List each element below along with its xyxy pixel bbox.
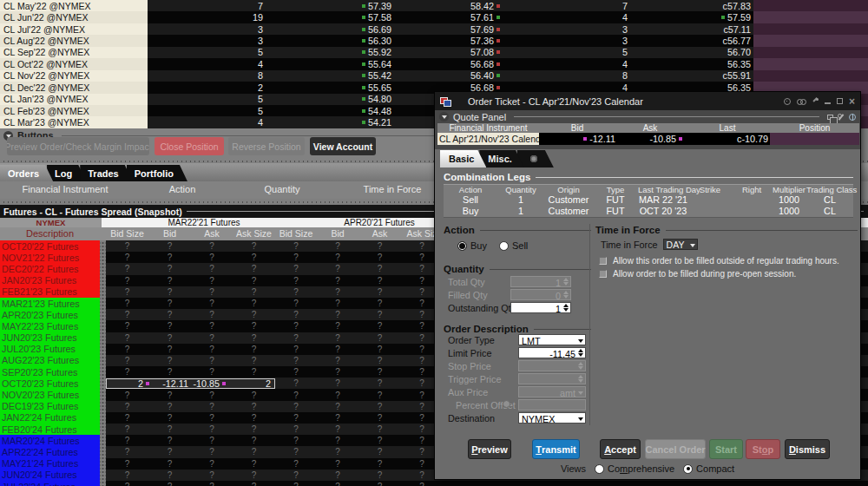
preview-order-button[interactable]: Preview Order/Check Margin Impact — [7, 137, 149, 155]
tab-trades[interactable]: Trades — [80, 165, 132, 181]
dialog-titlebar[interactable]: Order Ticket - CL Apr'21/Nov'23 Calendar… — [435, 92, 860, 110]
close-icon[interactable]: × — [849, 97, 855, 106]
sell-option[interactable]: Sell — [499, 240, 528, 251]
accept-button[interactable]: Accept — [600, 439, 641, 459]
position-row[interactable]: CL Nov'22 @NYMEX 8 55.42 56.40 8 c55.91 — [0, 70, 868, 82]
contract-label[interactable]: APR20'23 Futures — [0, 309, 100, 320]
comprehensive-radio[interactable] — [595, 464, 604, 474]
spinner[interactable] — [562, 303, 569, 312]
layout-icon[interactable] — [827, 115, 833, 120]
spin-down-icon[interactable] — [563, 308, 569, 312]
spinner[interactable] — [576, 348, 584, 358]
minimize-icon[interactable] — [825, 102, 831, 104]
settings-icon[interactable] — [784, 98, 791, 105]
quote-col-1[interactable]: Bid — [539, 123, 615, 133]
percent-offset-radio[interactable] — [503, 400, 510, 408]
tick-dot-icon — [496, 86, 500, 89]
buy-option[interactable]: Buy — [457, 240, 487, 251]
view-account-button[interactable]: View Account — [310, 137, 376, 155]
position-row[interactable]: CL Oct'22 @NYMEX 4 55.64 56.68 4 56.35 — [0, 58, 868, 69]
globe-icon[interactable] — [849, 114, 856, 121]
buy-radio[interactable] — [457, 241, 467, 251]
contract-label[interactable]: JUL22'24 Futures — [0, 481, 100, 486]
contract-label[interactable]: MAR20'24 Futures — [0, 435, 100, 446]
contract-label[interactable]: MAY22'23 Futures — [0, 320, 100, 332]
quote-col-2[interactable]: Ask — [615, 123, 685, 133]
contract-label[interactable]: JUN20'23 Futures — [0, 332, 100, 344]
contract-label[interactable]: AUG22'23 Futures — [0, 355, 100, 366]
spin-down-icon[interactable] — [578, 353, 583, 357]
leg-row[interactable]: Buy1CustomerFUTOCT 20 '231000CL — [444, 206, 853, 217]
contract-label[interactable]: NOV20'23 Futures — [0, 389, 100, 400]
tab-orders[interactable]: Orders — [0, 165, 53, 181]
no-data-cell: ? — [233, 299, 275, 308]
spread-col-1[interactable]: Bid — [148, 228, 191, 239]
contract-label[interactable]: OCT20'22 Futures — [0, 240, 100, 252]
stop-button[interactable]: Stop — [746, 439, 780, 459]
quote-col-4[interactable]: Position — [770, 123, 859, 133]
spin-up-icon[interactable] — [563, 304, 569, 307]
spread-col-2[interactable]: Ask — [191, 228, 233, 239]
contract-label[interactable]: MAR21'23 Futures — [0, 298, 100, 309]
outside-rth-checkbox[interactable] — [599, 257, 607, 265]
position-row[interactable]: CL Aug'22 @NYMEX 3 56.30 57.36 3 c56.77 — [0, 35, 868, 46]
contract-label[interactable]: FEB20'24 Futures — [0, 424, 100, 435]
tab-portfolio[interactable]: Portfolio — [127, 165, 187, 181]
pin-icon[interactable] — [812, 98, 819, 105]
compact-radio[interactable] — [683, 464, 693, 474]
position-row[interactable]: CL Jul'22 @NYMEX 3 56.69 57.69 3 c57.11 — [0, 23, 868, 35]
dismiss-button[interactable]: Dismiss — [785, 439, 830, 459]
contract-label[interactable]: OCT20'23 Futures — [0, 378, 100, 389]
sell-radio[interactable] — [499, 241, 509, 251]
limit-price-input[interactable]: -11.45 — [518, 347, 586, 358]
position-row[interactable]: CL May'22 @NYMEX 7 57.39 58.42 7 c57.83 — [0, 0, 868, 11]
outside-rth-option[interactable]: Allow this order to be filled outside of… — [599, 256, 839, 266]
leg-row[interactable]: Sell1CustomerFUTMAR 22 '211000CL — [444, 194, 853, 206]
order-type-input[interactable]: LMT — [518, 334, 586, 345]
contract-label[interactable]: MAY21'24 Futures — [0, 458, 100, 470]
active-quote-box[interactable]: 2 -12.11 -10.85 2 — [106, 378, 275, 390]
collapse-icon[interactable] — [439, 112, 449, 122]
outstanding-qty-input[interactable]: 1 — [510, 302, 571, 313]
spread-col-3[interactable]: Ask Size — [233, 228, 275, 239]
destination-input[interactable]: NYMEX — [518, 412, 586, 424]
contract-label[interactable]: DEC19'23 Futures — [0, 401, 100, 412]
contract-label[interactable]: JUL20'23 Futures — [0, 344, 100, 355]
preopen-checkbox[interactable] — [599, 270, 607, 278]
tab-basic[interactable]: Basic — [440, 150, 486, 167]
start-button[interactable]: Start — [709, 439, 743, 459]
contract-label[interactable]: JUN20'24 Futures — [0, 470, 100, 481]
spread-col-5[interactable]: Bid — [317, 228, 358, 239]
trading-workstation: CL May'22 @NYMEX 7 57.39 58.42 7 c57.83 … — [0, 0, 868, 486]
link-icon[interactable] — [797, 99, 806, 104]
contract-label[interactable]: JAN22'24 Futures — [0, 412, 100, 424]
contract-label[interactable]: DEC20'22 Futures — [0, 263, 100, 274]
position-row[interactable]: CL Sep'22 @NYMEX 5 55.92 57.08 5 56.70 — [0, 47, 868, 58]
quote-row[interactable]: CL Apr'21/Nov'23 Calendar ... -12.11 -10… — [437, 133, 859, 145]
cancel-order-button[interactable]: Cancel Order — [645, 439, 706, 459]
tools-icon[interactable] — [838, 114, 845, 121]
quote-col-0[interactable]: Financial Instrument — [437, 123, 539, 133]
view-option-compact[interactable]: Compact — [683, 463, 734, 474]
preopen-option[interactable]: Allow order to be filled during pre-open… — [599, 269, 796, 279]
contract-label[interactable]: FEB21'23 Futures — [0, 286, 100, 298]
spread-data-row[interactable]: ???????? — [106, 481, 868, 486]
view-option-comprehensive[interactable]: Comprehensive — [595, 463, 674, 474]
contract-label[interactable]: APR22'24 Futures — [0, 446, 100, 457]
contract-label[interactable]: NOV21'22 Futures — [0, 252, 100, 263]
quote-col-3[interactable]: Last — [685, 123, 770, 133]
maximize-icon[interactable] — [837, 98, 843, 104]
spread-col-4[interactable]: Bid Size — [275, 228, 317, 239]
position-row[interactable]: CL Jun'22 @NYMEX 19 57.58 57.61 4 57.59 — [0, 11, 868, 23]
contract-label[interactable]: SEP20'23 Futures — [0, 366, 100, 378]
contract-label[interactable]: JAN20'23 Futures — [0, 275, 100, 286]
tif-dropdown[interactable]: DAY — [663, 239, 698, 250]
spin-up-icon[interactable] — [578, 349, 583, 352]
preview-button[interactable]: Preview — [468, 439, 511, 459]
spread-col-6[interactable]: Ask — [358, 228, 401, 239]
vertical-scrollbar[interactable] — [100, 240, 106, 486]
reverse-position-button[interactable]: Reverse Position — [228, 137, 305, 155]
close-position-button[interactable]: Close Position — [155, 137, 224, 155]
transmit-button[interactable]: Transmit — [532, 439, 580, 459]
spread-col-0[interactable]: Bid Size — [106, 228, 148, 239]
